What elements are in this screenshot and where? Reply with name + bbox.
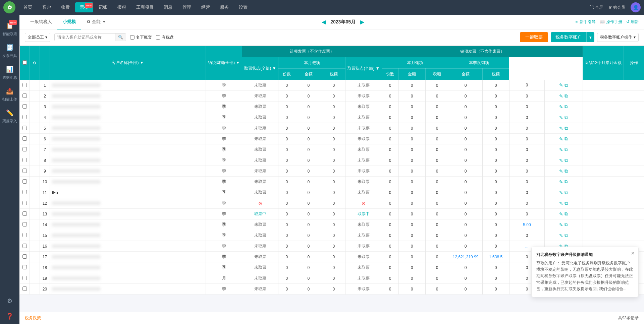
- edit-icon[interactable]: ✎: [559, 82, 563, 88]
- edit-icon[interactable]: ✎: [559, 211, 563, 217]
- nav-client[interactable]: 客户: [38, 2, 56, 12]
- copy-icon[interactable]: ⧉: [565, 147, 568, 152]
- new-guide-btn[interactable]: ⊕ 新手引导: [575, 19, 596, 25]
- refresh-btn[interactable]: ↺ 刷新: [626, 19, 639, 25]
- nav-invoice[interactable]: 票据 new: [75, 2, 93, 12]
- count-out-cell: 0: [382, 273, 398, 284]
- tab-general-taxpayer[interactable]: 一般纳税人: [25, 15, 57, 29]
- edit-icon[interactable]: ✎: [559, 158, 563, 163]
- status-badge: 未取票: [254, 254, 266, 259]
- nav-message[interactable]: 消息: [159, 2, 177, 12]
- sidebar-item-invoice-open[interactable]: 🧾 发票开具: [0, 40, 19, 62]
- copy-icon[interactable]: ⧉: [565, 190, 568, 195]
- edit-icon[interactable]: ✎: [559, 136, 563, 142]
- copy-icon[interactable]: ⧉: [565, 136, 568, 142]
- nav-home[interactable]: 首页: [19, 2, 37, 12]
- search-input[interactable]: [55, 34, 115, 41]
- row-checkbox[interactable]: [22, 244, 27, 248]
- select-all-checkbox[interactable]: [22, 60, 27, 65]
- edit-icon[interactable]: ✎: [559, 222, 563, 228]
- period-prev-btn[interactable]: ◀: [320, 18, 328, 26]
- nav-manage[interactable]: 管理: [178, 2, 196, 12]
- row-checkbox[interactable]: [22, 158, 27, 162]
- row-checkbox[interactable]: [22, 83, 27, 87]
- sidebar-item-settings[interactable]: ⚙: [0, 293, 19, 309]
- nav-service[interactable]: 服务: [215, 2, 233, 12]
- copy-icon[interactable]: ⧉: [565, 93, 568, 99]
- row-checkbox[interactable]: [22, 276, 27, 280]
- edit-icon[interactable]: ✎: [559, 169, 563, 174]
- copy-icon[interactable]: ⧉: [565, 104, 568, 110]
- row-checkbox[interactable]: [22, 286, 27, 291]
- all-tab-icon: ♻: [87, 19, 91, 24]
- row-checkbox[interactable]: [22, 169, 27, 173]
- row-checkbox[interactable]: [22, 201, 27, 205]
- sidebar-item-help[interactable]: ❓: [0, 309, 19, 324]
- tab-small-scale[interactable]: 小规模: [57, 15, 81, 29]
- row-checkbox[interactable]: [22, 179, 27, 184]
- row-checkbox[interactable]: [22, 222, 27, 226]
- row-checkbox[interactable]: [22, 147, 27, 151]
- row-checkbox[interactable]: [22, 93, 27, 98]
- edit-icon[interactable]: ✎: [559, 126, 563, 131]
- nav-bookkeeping[interactable]: 记账: [94, 2, 112, 12]
- edit-icon[interactable]: ✎: [559, 115, 563, 120]
- nav-tax[interactable]: 报税: [113, 2, 131, 12]
- sidebar-item-scan-upload[interactable]: 📤 扫描上传: [0, 83, 19, 105]
- edit-icon[interactable]: ✎: [559, 233, 563, 238]
- digital-op-dropdown[interactable]: 税务数字账户操作 ▾: [597, 33, 639, 42]
- digital-account-dropdown-btn[interactable]: ▾: [586, 32, 594, 42]
- copy-icon[interactable]: ⧉: [565, 168, 568, 174]
- edit-icon[interactable]: ✎: [559, 201, 563, 206]
- row-checkbox[interactable]: [22, 115, 27, 119]
- nav-settings[interactable]: 设置: [234, 2, 252, 12]
- edit-icon[interactable]: ✎: [559, 190, 563, 195]
- user-avatar[interactable]: 👤: [631, 2, 641, 12]
- row-checkbox[interactable]: [22, 211, 27, 216]
- edit-icon[interactable]: ✎: [559, 179, 563, 185]
- status-out-cell: 未取票: [345, 91, 382, 102]
- copy-icon[interactable]: ⧉: [565, 222, 568, 228]
- row-checkbox[interactable]: [22, 126, 27, 130]
- row-checkbox[interactable]: [22, 265, 27, 269]
- copy-icon[interactable]: ⧉: [565, 233, 568, 238]
- copy-icon[interactable]: ⧉: [565, 125, 568, 131]
- copy-icon[interactable]: ⧉: [565, 200, 568, 206]
- row-checkbox[interactable]: [22, 104, 27, 109]
- edit-icon[interactable]: ✎: [559, 104, 563, 110]
- manual-btn[interactable]: 📖 操作手册: [600, 19, 622, 25]
- edit-icon[interactable]: ✎: [559, 147, 563, 152]
- copy-icon[interactable]: ⧉: [565, 115, 568, 120]
- digital-account-btn[interactable]: 税务数字账户: [551, 32, 586, 42]
- sidebar-item-smart-invoice[interactable]: 📋 智能取票 new: [0, 18, 19, 40]
- tax-policy-link[interactable]: 税务政策: [25, 315, 41, 321]
- copy-icon[interactable]: ⧉: [565, 211, 568, 217]
- row-checkbox[interactable]: [22, 190, 27, 194]
- copy-icon[interactable]: ⧉: [565, 82, 568, 88]
- has-tax-disk-checkbox-label[interactable]: 有税盘: [156, 35, 174, 40]
- has-tax-disk-checkbox[interactable]: [156, 35, 160, 40]
- my-accounts-checkbox[interactable]: [130, 35, 135, 40]
- copy-icon[interactable]: ⧉: [565, 179, 568, 185]
- sidebar-item-invoice-entry[interactable]: ✏️ 票据录入: [0, 105, 19, 127]
- nav-business[interactable]: 工商项目: [131, 2, 158, 12]
- one-click-fetch-btn[interactable]: 一键取票: [520, 32, 548, 42]
- period-next-btn[interactable]: ▶: [358, 18, 366, 26]
- copy-icon[interactable]: ⧉: [565, 157, 568, 163]
- sidebar-item-invoice-summary[interactable]: 📊 票据汇总: [0, 62, 19, 83]
- nav-fee[interactable]: 收费: [56, 2, 74, 12]
- cumulative-cell: 0: [509, 91, 545, 102]
- vip-btn[interactable]: ♛ 购会员: [608, 5, 625, 10]
- nav-operations[interactable]: 经营: [197, 2, 215, 12]
- tax-in-cell: 0: [322, 252, 345, 262]
- employee-filter[interactable]: 全部员工 ▾: [25, 33, 50, 42]
- row-checkbox[interactable]: [22, 136, 27, 141]
- fullscreen-btn[interactable]: ⛶ 全屏: [590, 5, 603, 10]
- my-accounts-checkbox-label[interactable]: 名下账套: [130, 35, 152, 40]
- row-checkbox[interactable]: [22, 254, 27, 259]
- edit-icon[interactable]: ✎: [559, 93, 563, 99]
- notification-close-btn[interactable]: ✕: [631, 250, 635, 257]
- row-checkbox[interactable]: [22, 233, 27, 237]
- search-button[interactable]: 🔍: [115, 34, 126, 41]
- tab-all[interactable]: ♻ 全能 ▾: [81, 15, 111, 29]
